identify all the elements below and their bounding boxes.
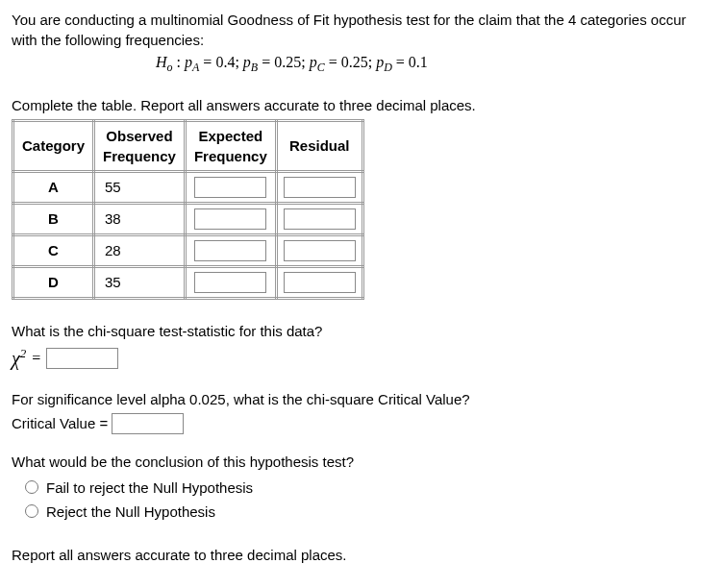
- conclusion-options: Fail to reject the Null Hypothesis Rejec…: [25, 478, 712, 522]
- pA-p: p: [185, 54, 192, 70]
- header-expected: Expected Frequency: [185, 120, 276, 171]
- cat-A: A: [13, 171, 94, 203]
- chi-square-input[interactable]: [46, 348, 118, 369]
- expected-A-input[interactable]: [194, 177, 266, 198]
- option-reject-label: Reject the Null Hypothesis: [46, 502, 215, 522]
- pC-sub: C: [317, 61, 325, 74]
- header-category: Category: [13, 120, 94, 171]
- pD-sub: D: [384, 61, 392, 74]
- chi-square-line: χ2 =: [12, 345, 712, 372]
- obs-B: 38: [94, 203, 186, 234]
- final-note: Report all answers accurate to three dec…: [12, 545, 712, 565]
- header-residual: Residual: [276, 120, 362, 171]
- pD-val: = 0.1: [392, 54, 428, 70]
- critical-value-input[interactable]: [112, 413, 184, 434]
- expected-B-input[interactable]: [194, 208, 266, 230]
- hyp-colon: :: [173, 54, 185, 70]
- obs-A: 55: [94, 171, 186, 203]
- pC-p: p: [310, 54, 317, 70]
- residual-B-input[interactable]: [284, 208, 356, 230]
- pB-val: = 0.25;: [258, 54, 309, 70]
- chi-eq: =: [32, 348, 40, 369]
- table-row: D 35: [13, 266, 363, 298]
- table-instruction: Complete the table. Report all answers a…: [12, 95, 712, 115]
- obs-C: 28: [94, 234, 186, 266]
- pD-p: p: [376, 54, 384, 70]
- radio-reject[interactable]: [25, 504, 38, 518]
- residual-D-input[interactable]: [284, 272, 356, 293]
- chi-sup: 2: [20, 346, 27, 360]
- critical-value-label: Critical Value =: [12, 413, 108, 433]
- chi-square-question: What is the chi-square test-statistic fo…: [12, 321, 712, 341]
- chi-symbol: χ2: [12, 345, 26, 372]
- expected-D-input[interactable]: [194, 272, 266, 293]
- option-fail[interactable]: Fail to reject the Null Hypothesis: [25, 478, 712, 498]
- critical-value-question: For significance level alpha 0.025, what…: [12, 389, 712, 409]
- pA-val: = 0.4;: [199, 54, 242, 70]
- obs-D: 35: [94, 266, 186, 298]
- table-row: C 28: [13, 234, 363, 266]
- cat-D: D: [13, 266, 94, 298]
- conclusion-question: What would be the conclusion of this hyp…: [12, 452, 712, 472]
- critical-value-line: Critical Value =: [12, 413, 712, 434]
- hyp-H: H: [156, 54, 167, 70]
- residual-A-input[interactable]: [284, 177, 356, 198]
- hypothesis-line: Ho : pA = 0.4; pB = 0.25; pC = 0.25; pD …: [156, 52, 712, 76]
- radio-fail[interactable]: [25, 480, 38, 494]
- pB-p: p: [243, 54, 251, 70]
- pC-val: = 0.25;: [325, 54, 376, 70]
- option-reject[interactable]: Reject the Null Hypothesis: [25, 502, 712, 522]
- chi-char: χ: [12, 348, 20, 369]
- expected-C-input[interactable]: [194, 240, 266, 261]
- cat-C: C: [13, 234, 94, 266]
- residual-C-input[interactable]: [284, 240, 356, 261]
- intro-text: You are conducting a multinomial Goodnes…: [12, 10, 712, 50]
- table-row: B 38: [13, 203, 363, 234]
- table-row: A 55: [13, 171, 363, 203]
- option-fail-label: Fail to reject the Null Hypothesis: [46, 478, 253, 498]
- frequency-table: Category Observed Frequency Expected Fre…: [12, 119, 364, 300]
- header-observed: Observed Frequency: [94, 120, 186, 171]
- cat-B: B: [13, 203, 94, 234]
